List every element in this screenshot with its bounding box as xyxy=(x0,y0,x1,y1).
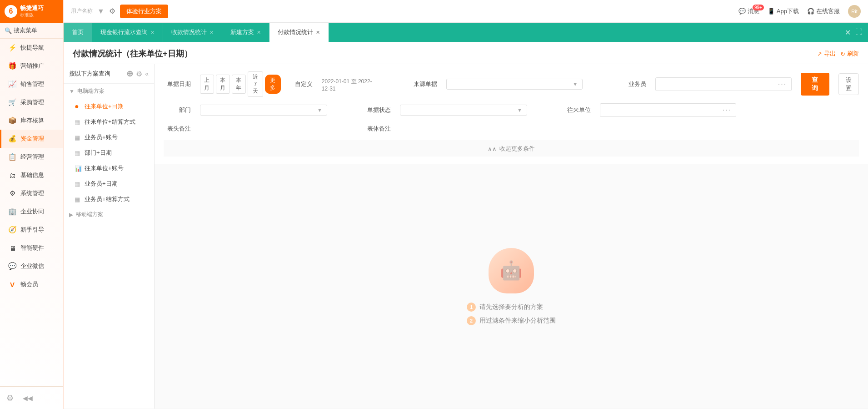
salesman-label: 业务员 xyxy=(619,80,646,88)
export-icon: ↗ xyxy=(817,50,822,57)
sidebar-item-purchase[interactable]: 🛒 采购管理 xyxy=(0,93,63,111)
hint-num-1: 1 xyxy=(467,303,476,312)
source-select[interactable]: ▼ xyxy=(446,79,583,90)
scheme-item-partner-settlement[interactable]: ▦ 往来单位+结算方式 xyxy=(64,114,154,130)
search-menu[interactable]: 🔍 搜索菜单 xyxy=(0,23,63,39)
scheme-item-partner-account[interactable]: 📊 往来单位+账号 xyxy=(64,161,154,176)
trial-button[interactable]: 体验行业方案 xyxy=(120,5,168,18)
collapse-button[interactable]: ∧∧ 收起更多条件 xyxy=(164,141,859,157)
scheme-item-salesman-settlement[interactable]: ▦ 业务员+结算方式 xyxy=(64,192,154,207)
table-header-note-label: 表头备注 xyxy=(164,125,191,133)
sidebar-item-weixin[interactable]: 💬 企业微信 xyxy=(0,257,63,275)
salesman-account-icon: ▦ xyxy=(75,134,82,141)
sidebar-item-label: 智能硬件 xyxy=(20,244,44,252)
app-download-button[interactable]: 📱 App下载 xyxy=(768,7,799,15)
bottom-collapse-icon[interactable]: ◀◀ xyxy=(23,394,33,402)
partner-select[interactable]: ··· xyxy=(600,103,736,117)
scheme-item-salesman-account[interactable]: ▦ 业务员+账号 xyxy=(64,130,154,145)
tab-expand-icon[interactable]: ⛶ xyxy=(855,28,863,36)
sidebar-item-operation[interactable]: 📋 经营管理 xyxy=(0,148,63,166)
scheme-item-dept-date[interactable]: ▦ 部门+日期 xyxy=(64,145,154,161)
sidebar-item-label: 畅会员 xyxy=(20,280,38,288)
close-new-scheme-icon[interactable]: ✕ xyxy=(257,30,261,35)
sidebar-item-system[interactable]: ⚙ 系统管理 xyxy=(0,184,63,202)
action-btns: 设置 xyxy=(838,73,859,95)
salesman-dots[interactable]: ··· xyxy=(778,80,787,88)
message-button[interactable]: 💬 消息 99+ xyxy=(738,7,759,15)
salesman-select[interactable]: ··· xyxy=(655,77,792,91)
sidebar-item-guide[interactable]: 🧭 新手引导 xyxy=(0,221,63,239)
dept-select[interactable]: ▼ xyxy=(200,105,327,116)
date-btn-more[interactable]: 更多 xyxy=(265,75,281,94)
user-avatar[interactable]: Rit xyxy=(848,5,861,18)
sidebar-item-label: 系统管理 xyxy=(20,189,44,197)
tab-payment-stat[interactable]: 付款情况统计 ✕ xyxy=(269,23,329,42)
scheme-group-desktop[interactable]: ▼ 电脑端方案 xyxy=(64,84,154,99)
logo-icon: 6 xyxy=(5,5,17,18)
date-btn-last-month[interactable]: 上月 xyxy=(200,75,214,94)
receipt-stat-tab-label: 收款情况统计 xyxy=(171,28,207,36)
collapse-chevron-icon: ∧∧ xyxy=(488,146,497,152)
page-title: 付款情况统计（往来单位+日期） xyxy=(73,48,192,59)
tab-new-scheme[interactable]: 新建方案 ✕ xyxy=(222,23,269,42)
app-label: App下载 xyxy=(777,7,799,15)
table-header-note-input[interactable] xyxy=(200,123,327,134)
tab-close-all-icon[interactable]: ✕ xyxy=(845,28,851,37)
service-button[interactable]: 🎧 在线客服 xyxy=(807,7,840,15)
sidebar-item-enterprise[interactable]: 🏢 企业协同 xyxy=(0,202,63,221)
empty-robot-icon xyxy=(489,248,534,293)
tab-receipt-stat[interactable]: 收款情况统计 ✕ xyxy=(163,23,222,42)
sales-icon: 📈 xyxy=(8,80,17,88)
scheme-collapse-icon[interactable]: « xyxy=(145,70,149,77)
refresh-icon: ↻ xyxy=(840,50,845,57)
close-bank-flow-icon[interactable]: ✕ xyxy=(150,30,155,35)
empty-hints: 1 请先选择要分析的方案 2 用过滤条件来缩小分析范围 xyxy=(467,303,556,325)
sidebar-item-hardware[interactable]: 🖥 智能硬件 xyxy=(0,239,63,257)
sidebar-item-label: 销售管理 xyxy=(20,80,44,88)
date-btn-last-7[interactable]: 近7天 xyxy=(248,71,263,97)
sidebar-item-label: 库存核算 xyxy=(20,116,44,125)
scheme-item-partner-date[interactable]: ● 往来单位+日期 xyxy=(64,99,154,114)
voucher-status-select[interactable]: ▼ xyxy=(400,105,527,116)
close-receipt-stat-icon[interactable]: ✕ xyxy=(210,30,214,35)
scheme-settings-icon[interactable]: ⚙ xyxy=(136,70,142,78)
sidebar-item-basic[interactable]: 🗂 基础信息 xyxy=(0,166,63,184)
sidebar-item-quick-nav[interactable]: ⚡ 快捷导航 xyxy=(0,39,63,57)
tab-bank-flow[interactable]: 现金银行流水查询 ✕ xyxy=(92,23,163,42)
close-payment-stat-icon[interactable]: ✕ xyxy=(316,30,320,35)
partner-dots[interactable]: ··· xyxy=(723,106,731,114)
settings-button[interactable]: 设置 xyxy=(838,73,859,95)
sidebar-item-marketing[interactable]: 🎁 营销推广 xyxy=(0,57,63,75)
dropdown-arrow-icon[interactable]: ▼ xyxy=(97,7,105,15)
sidebar-item-vip[interactable]: V 畅会员 xyxy=(0,275,63,293)
date-options: 上月 本月 本年 近7天 更多 自定义 xyxy=(200,71,313,97)
sidebar-item-label: 采购管理 xyxy=(20,98,44,106)
table-body-note-input[interactable] xyxy=(400,123,527,134)
scheme-item-label: 往来单位+账号 xyxy=(85,164,124,172)
basic-icon: 🗂 xyxy=(8,172,17,179)
scheme-group-mobile[interactable]: ▶ 移动端方案 xyxy=(64,207,154,222)
page-header: 付款情况统计（往来单位+日期） ↗ 导出 ↻ 刷新 xyxy=(64,42,868,64)
settings-icon[interactable]: ⚙ xyxy=(109,7,115,15)
sidebar-item-inventory[interactable]: 📦 库存核算 xyxy=(0,111,63,130)
desktop-group-arrow-icon: ▼ xyxy=(69,88,75,95)
dept-arrow-icon: ▼ xyxy=(317,107,322,113)
bottom-settings-icon[interactable]: ⚙ xyxy=(6,393,14,403)
export-button[interactable]: ↗ 导出 xyxy=(817,50,836,58)
tab-bar-right: ✕ ⛶ xyxy=(845,23,868,42)
date-btn-this-month[interactable]: 本月 xyxy=(216,75,230,94)
content-area: 付款情况统计（往来单位+日期） ↗ 导出 ↻ 刷新 按 xyxy=(64,42,868,409)
refresh-button[interactable]: ↻ 刷新 xyxy=(840,50,859,58)
tab-home[interactable]: 首页 xyxy=(64,23,92,42)
vip-icon: V xyxy=(8,281,17,288)
sidebar-item-sales[interactable]: 📈 销售管理 xyxy=(0,75,63,93)
sidebar-item-finance[interactable]: 💰 资金管理 xyxy=(0,130,63,148)
desktop-group-label: 电脑端方案 xyxy=(77,87,105,95)
empty-hint-1-text: 请先选择要分析的方案 xyxy=(479,303,543,311)
add-scheme-icon[interactable]: ⊕ xyxy=(126,69,133,79)
bank-flow-tab-label: 现金银行流水查询 xyxy=(100,28,148,36)
sidebar-item-label: 营销推广 xyxy=(20,62,44,70)
date-btn-this-year[interactable]: 本年 xyxy=(232,75,246,94)
query-button[interactable]: 查询 xyxy=(801,73,829,96)
scheme-item-salesman-date[interactable]: ▦ 业务员+日期 xyxy=(64,176,154,192)
